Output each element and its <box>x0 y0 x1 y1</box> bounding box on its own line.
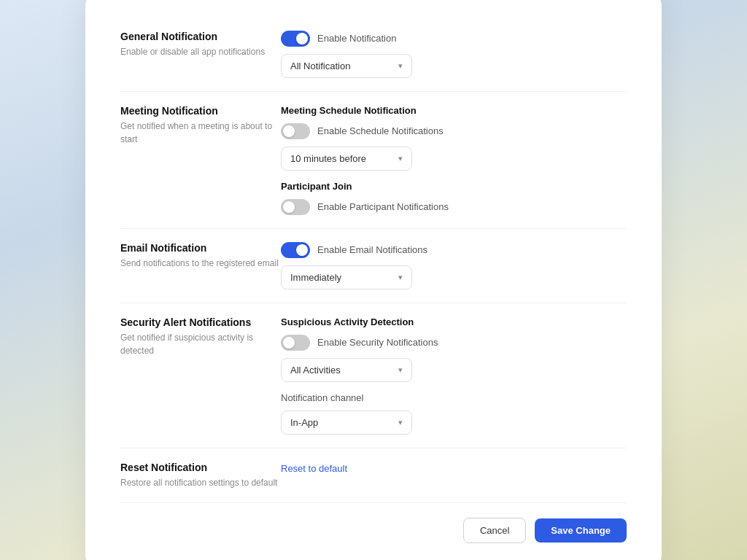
email-left-col: Email Notification Send notifications to… <box>120 242 281 270</box>
reset-to-default-link[interactable]: Reset to default <box>281 463 347 474</box>
enable-email-toggle[interactable] <box>281 242 310 258</box>
enable-schedule-toggle[interactable] <box>281 123 310 139</box>
channel-dropdown[interactable]: In-App ▾ <box>281 411 412 435</box>
reset-control-group: Reset to default <box>281 462 627 475</box>
meeting-time-value: 10 minutes before <box>290 153 366 164</box>
save-change-button[interactable]: Save Change <box>535 518 627 542</box>
notification-channel-row: Notification channel <box>281 392 627 403</box>
email-right-col: Enable Email Notifications Immediately ▾ <box>281 242 627 289</box>
reset-description: Restore all notification settings to def… <box>120 476 281 489</box>
general-title: General Notification <box>120 31 281 42</box>
general-description: Enable or disable all app notifications <box>120 45 281 58</box>
email-frequency-value: Immediately <box>290 272 341 283</box>
reset-left-col: Reset Notification Restore all notificat… <box>120 462 281 489</box>
all-notification-value: All Notification <box>290 61 350 71</box>
general-notification-section: General Notification Enable or disable a… <box>120 18 627 92</box>
enable-schedule-label: Enable Schedule Notifications <box>317 125 444 136</box>
meeting-time-arrow: ▾ <box>398 154 403 163</box>
activities-value: All Activities <box>290 365 341 376</box>
security-title: Security Alert Notifications <box>120 316 281 328</box>
general-right-col: Enable Notification All Notification ▾ <box>281 31 627 78</box>
enable-notification-toggle[interactable] <box>281 31 310 47</box>
settings-card: General Notification Enable or disable a… <box>85 0 662 560</box>
channel-value: In-App <box>290 417 318 428</box>
meeting-left-col: Meeting Notification Get notified when a… <box>120 105 281 146</box>
enable-email-label: Enable Email Notifications <box>317 244 427 255</box>
email-frequency-dropdown[interactable]: Immediately ▾ <box>281 265 412 289</box>
security-toggle-row: Enable Security Notifications <box>281 335 627 351</box>
activities-arrow: ▾ <box>398 365 403 375</box>
enable-security-toggle[interactable] <box>281 335 310 351</box>
meeting-description: Get notified when a meeting is about to … <box>120 120 281 146</box>
meeting-schedule-subheading: Meeting Schedule Notification <box>281 105 627 116</box>
all-notification-dropdown[interactable]: All Notification ▾ <box>281 54 412 78</box>
channel-arrow: ▾ <box>398 418 403 427</box>
meeting-title: Meeting Notification <box>120 105 281 117</box>
enable-notification-label: Enable Notification <box>317 33 396 44</box>
participant-join-subheading: Participant Join <box>281 181 627 192</box>
email-toggle-row: Enable Email Notifications <box>281 242 627 258</box>
participant-toggle-row: Enable Participant Notifications <box>281 199 627 215</box>
general-control-group: Enable Notification All Notification ▾ <box>281 31 627 78</box>
general-left-col: General Notification Enable or disable a… <box>120 31 281 58</box>
security-description: Get notified if suspicious activity is d… <box>120 331 281 357</box>
participant-join-group: Participant Join Enable Participant Noti… <box>281 181 627 215</box>
reset-notification-section: Reset Notification Restore all notificat… <box>120 448 627 503</box>
cancel-button[interactable]: Cancel <box>463 518 526 543</box>
meeting-schedule-group: Meeting Schedule Notification Enable Sch… <box>281 105 627 171</box>
email-title: Email Notification <box>120 242 281 254</box>
notification-channel-group: Notification channel In-App ▾ <box>281 392 627 435</box>
security-notification-section: Security Alert Notifications Get notifie… <box>120 303 627 448</box>
security-right-col: Suspicious Activity Detection Enable Sec… <box>281 316 627 435</box>
all-notification-arrow: ▾ <box>398 61 403 71</box>
enable-security-label: Enable Security Notifications <box>317 337 438 348</box>
footer-row: Cancel Save Change <box>120 503 627 543</box>
general-toggle-row: Enable Notification <box>281 31 627 47</box>
notification-channel-label: Notification channel <box>281 392 363 403</box>
reset-title: Reset Notification <box>120 462 281 473</box>
email-control-group: Enable Email Notifications Immediately ▾ <box>281 242 627 289</box>
suspicious-activity-group: Suspicious Activity Detection Enable Sec… <box>281 316 627 382</box>
meeting-time-dropdown[interactable]: 10 minutes before ▾ <box>281 147 412 171</box>
email-frequency-arrow: ▾ <box>398 273 403 282</box>
meeting-schedule-toggle-row: Enable Schedule Notifications <box>281 123 627 139</box>
enable-participant-label: Enable Participant Notifications <box>317 201 449 212</box>
suspicious-activity-subheading: Suspicious Activity Detection <box>281 316 627 327</box>
activities-dropdown[interactable]: All Activities ▾ <box>281 358 412 382</box>
meeting-right-col: Meeting Schedule Notification Enable Sch… <box>281 105 627 215</box>
meeting-notification-section: Meeting Notification Get notified when a… <box>120 92 627 229</box>
security-left-col: Security Alert Notifications Get notifie… <box>120 316 281 357</box>
email-description: Send notifications to the registered ema… <box>120 257 281 270</box>
enable-participant-toggle[interactable] <box>281 199 310 215</box>
email-notification-section: Email Notification Send notifications to… <box>120 229 627 303</box>
reset-right-col: Reset to default <box>281 462 627 475</box>
